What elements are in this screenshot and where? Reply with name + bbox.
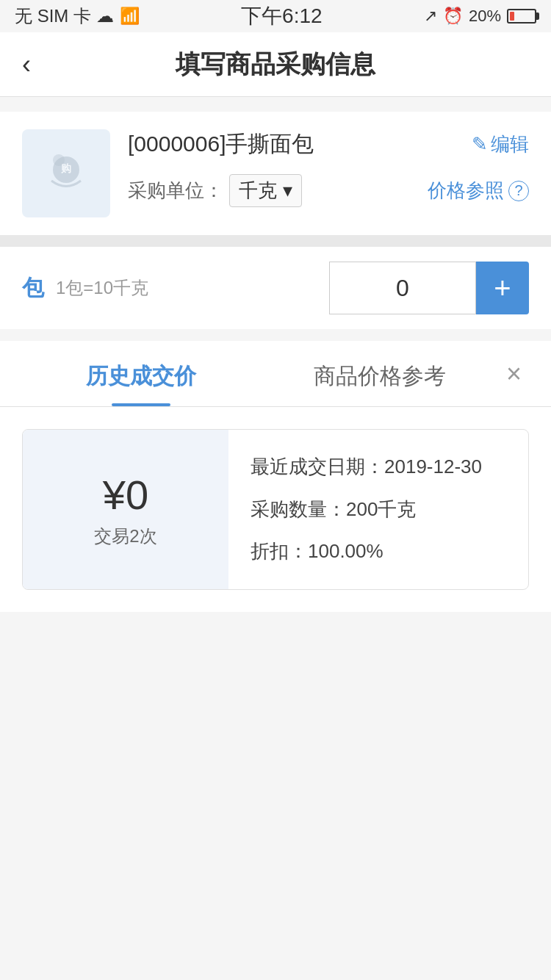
- tab-history-price[interactable]: 历史成交价: [22, 341, 260, 406]
- status-right: ↗ ⏰ 20%: [424, 7, 536, 26]
- sim-label: 无 SIM 卡 ☁: [15, 4, 114, 28]
- transaction-price-panel: ¥0 交易2次: [23, 430, 228, 589]
- price-ref-button[interactable]: 价格参照 ?: [428, 178, 529, 203]
- tab-close-button[interactable]: ×: [499, 353, 529, 394]
- tabs-header: 历史成交价 商品价格参考 ×: [0, 341, 551, 407]
- status-time: 下午6:12: [241, 2, 323, 30]
- nav-bar: ‹ 填写商品采购信息: [0, 32, 551, 97]
- edit-button[interactable]: ✎ 编辑: [472, 131, 529, 157]
- edit-icon: ✎: [472, 133, 488, 156]
- help-icon: ?: [508, 181, 529, 201]
- tabs-panel: 历史成交价 商品价格参考 × ¥0 交易2次 最近成交日期：2019-12-30…: [0, 341, 551, 612]
- unit-select[interactable]: 千克 ▾: [229, 174, 302, 207]
- product-unit-row: 采购单位： 千克 ▾ 价格参照 ?: [128, 174, 529, 207]
- quantity-input[interactable]: [329, 262, 476, 314]
- transaction-details-panel: 最近成交日期：2019-12-30 采购数量：200千克 折扣：100.00%: [228, 430, 528, 589]
- unit-label: 采购单位：: [128, 178, 223, 203]
- quantity-right: +: [329, 262, 529, 314]
- battery-indicator: [507, 9, 536, 24]
- transaction-qty-row: 采购数量：200千克: [251, 494, 506, 525]
- transaction-section: ¥0 交易2次 最近成交日期：2019-12-30 采购数量：200千克 折扣：…: [0, 407, 551, 612]
- status-left: 无 SIM 卡 ☁ 📶: [15, 4, 140, 28]
- transaction-card: ¥0 交易2次 最近成交日期：2019-12-30 采购数量：200千克 折扣：…: [22, 429, 529, 590]
- transaction-count: 交易2次: [94, 525, 156, 548]
- transaction-price: ¥0: [103, 471, 148, 519]
- product-header: [0000006]手撕面包 ✎ 编辑: [128, 129, 529, 159]
- quantity-row: 包 1包=10千克 +: [0, 247, 551, 329]
- product-icon: 购: [37, 144, 96, 203]
- page-title: 填写商品采购信息: [176, 48, 375, 82]
- chevron-down-icon: ▾: [283, 179, 292, 202]
- product-image: 购: [22, 129, 110, 217]
- svg-text:购: 购: [60, 162, 71, 174]
- product-name: [0000006]手撕面包: [128, 129, 314, 159]
- alarm-icon: ⏰: [443, 7, 463, 26]
- transaction-discount-row: 折扣：100.00%: [251, 536, 506, 567]
- package-icon: 包: [22, 273, 44, 303]
- status-bar: 无 SIM 卡 ☁ 📶 下午6:12 ↗ ⏰ 20%: [0, 0, 551, 32]
- product-card: 购 [0000006]手撕面包 ✎ 编辑 采购单位： 千克 ▾ 价格参照 ?: [0, 112, 551, 235]
- transaction-date-row: 最近成交日期：2019-12-30: [251, 452, 506, 483]
- back-button[interactable]: ‹: [15, 42, 38, 87]
- product-info: [0000006]手撕面包 ✎ 编辑 采购单位： 千克 ▾ 价格参照 ?: [128, 129, 529, 207]
- quantity-left: 包 1包=10千克: [22, 273, 148, 303]
- unit-value: 千克: [239, 178, 277, 203]
- quantity-plus-button[interactable]: +: [476, 262, 529, 314]
- section-divider: [0, 235, 551, 247]
- location-icon: ↗: [424, 7, 437, 26]
- battery-percent: 20%: [469, 7, 501, 26]
- wifi-icon: 📶: [120, 7, 140, 26]
- package-info: 1包=10千克: [56, 276, 148, 300]
- tab-price-reference[interactable]: 商品价格参考: [260, 341, 498, 406]
